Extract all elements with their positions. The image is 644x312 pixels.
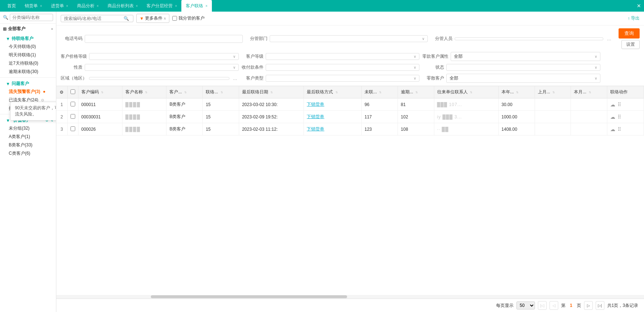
- per-page-select[interactable]: 50 100 200: [516, 301, 535, 309]
- dept-select[interactable]: ∨: [270, 35, 428, 42]
- tab-analysis-list[interactable]: 商品分析列表 ×: [103, 0, 142, 12]
- contact-icon[interactable]: ☁: [610, 102, 615, 108]
- this-year-sort-icon[interactable]: ⇅: [516, 91, 519, 94]
- td-last-way[interactable]: 下销货单: [304, 123, 362, 135]
- not-contacted-sort-icon[interactable]: ⇅: [379, 91, 382, 94]
- customer-level-select[interactable]: ∨: [266, 53, 420, 60]
- dept-label: 分管部门: [246, 36, 267, 42]
- td-last-way[interactable]: 下销货单: [304, 98, 362, 111]
- sidebar-item-a-class[interactable]: A类客户(1): [0, 133, 56, 141]
- query-btn[interactable]: 查询: [619, 28, 640, 39]
- payment-select[interactable]: ∨: [266, 64, 420, 71]
- this-month-sort-icon[interactable]: ⇅: [589, 91, 591, 94]
- settings-icon[interactable]: ⚙: [60, 90, 64, 95]
- sidebar-collapse-btn[interactable]: «: [51, 27, 53, 31]
- contact-icon[interactable]: ☁: [610, 114, 615, 120]
- th-settings[interactable]: ⚙: [56, 86, 67, 98]
- sidebar-item-churn-warning[interactable]: 流失预警客户(3) ●: [0, 88, 56, 96]
- tab-analysis[interactable]: 商品分析 ×: [73, 0, 103, 12]
- more-icon[interactable]: ⠿: [617, 114, 621, 120]
- search-icon[interactable]: 🔍: [124, 16, 129, 21]
- tab-analysis-close[interactable]: ×: [97, 4, 99, 8]
- tab-sales-close[interactable]: ×: [40, 4, 42, 8]
- export-btn[interactable]: ↑ 导出: [628, 15, 640, 21]
- name-sort-icon[interactable]: ⇅: [145, 91, 148, 94]
- row-checkbox[interactable]: [71, 126, 75, 131]
- search-input[interactable]: [64, 16, 122, 21]
- more-icon[interactable]: ⠿: [617, 126, 621, 132]
- th-checkbox[interactable]: [67, 86, 78, 98]
- tab-purchase[interactable]: 进货单 ×: [47, 0, 73, 12]
- code-sort-icon[interactable]: ⇅: [101, 91, 104, 94]
- td-this-year: 1000.00: [498, 111, 535, 123]
- nature-select[interactable]: ∨: [85, 64, 239, 71]
- td-checkbox[interactable]: [67, 123, 78, 135]
- page-prev-btn[interactable]: ◁: [550, 301, 558, 310]
- person-dots[interactable]: …: [605, 36, 613, 41]
- sidebar-item-ungroup[interactable]: 未分组(32): [0, 124, 56, 133]
- tab-customer-contact[interactable]: 客户联络 ×: [181, 0, 212, 12]
- area-label: 区域（地区）: [61, 75, 87, 81]
- th-not-contacted: 未联... ⇅: [362, 86, 398, 98]
- sidebar-item-7days[interactable]: 近7天待联络(0): [0, 59, 56, 68]
- sidebar-item-today[interactable]: 今天待联络(0): [0, 42, 56, 51]
- contact-icon[interactable]: ☁: [610, 126, 615, 132]
- group-pending-contact[interactable]: ▼ 待联络客户: [0, 34, 56, 42]
- tab-analysis-list-close[interactable]: ×: [136, 4, 138, 8]
- last-way-link[interactable]: 下销货单: [307, 126, 324, 131]
- td-last-way[interactable]: 下销货单: [304, 111, 362, 123]
- zero-sales-attr-select[interactable]: 全部 ∨: [451, 52, 600, 61]
- type-sort-icon[interactable]: ⇅: [184, 91, 187, 94]
- page-next-btn[interactable]: ▷: [584, 301, 593, 310]
- customer-type-select[interactable]: ∨: [266, 75, 420, 82]
- group-problem-triangle: ▼: [6, 81, 10, 86]
- phone-input[interactable]: [85, 35, 243, 43]
- contact-sort-icon[interactable]: ⇅: [221, 91, 223, 94]
- tab-customer-contact-close[interactable]: ×: [205, 4, 208, 8]
- last-way-link[interactable]: 下销货单: [307, 114, 324, 119]
- td-last-month: [535, 98, 571, 111]
- last-way-link[interactable]: 下销货单: [307, 102, 324, 107]
- sidebar-item-c-class[interactable]: C类客户(6): [0, 149, 56, 158]
- tab-home[interactable]: 首页: [3, 0, 20, 12]
- horizontal-scrollbar[interactable]: [56, 295, 644, 299]
- tab-customer-tier-close[interactable]: ×: [175, 4, 177, 8]
- person-select[interactable]: [455, 37, 603, 40]
- area-dots[interactable]: …: [232, 76, 239, 81]
- tab-customer-tier[interactable]: 客户分层经营 ×: [142, 0, 181, 12]
- scrollbar-thumb[interactable]: [151, 295, 347, 298]
- select-all-checkbox[interactable]: [71, 89, 75, 94]
- sidebar-item-b-class[interactable]: B类客户(33): [0, 141, 56, 149]
- zero-customer-select[interactable]: 全部 ∨: [446, 74, 600, 83]
- td-not-contacted: 123: [362, 123, 398, 135]
- unit-contact-sort-icon[interactable]: ⇅: [470, 91, 472, 94]
- td-this-month: [571, 123, 607, 135]
- settings-btn[interactable]: 设置: [621, 40, 640, 49]
- more-icon[interactable]: ⠿: [617, 102, 621, 108]
- last-date-sort-icon[interactable]: ⇅: [270, 91, 273, 94]
- status-select[interactable]: ∨: [446, 64, 600, 71]
- page-last-btn[interactable]: ▷|: [596, 301, 604, 310]
- group-problem-customers[interactable]: ▼ 问题客户: [0, 79, 56, 88]
- my-customer-checkbox-wrap[interactable]: 我分管的客户: [172, 15, 205, 21]
- last-way-sort-icon[interactable]: ⇅: [335, 91, 338, 94]
- sidebar-item-overdue[interactable]: 逾期未联络(30): [0, 68, 56, 76]
- td-checkbox[interactable]: [67, 111, 78, 123]
- row-checkbox[interactable]: [71, 102, 75, 106]
- td-checkbox[interactable]: [67, 98, 78, 111]
- price-level-select[interactable]: ∨: [89, 53, 239, 60]
- tab-purchase-close[interactable]: ×: [66, 4, 68, 8]
- td-contact: 15: [203, 98, 239, 111]
- sidebar-search-input[interactable]: [10, 14, 53, 21]
- sidebar-item-tomorrow[interactable]: 明天待联络(1): [0, 51, 56, 59]
- row-checkbox[interactable]: [71, 114, 75, 119]
- overdue-sort-icon[interactable]: ⇅: [415, 91, 418, 94]
- page-first-btn[interactable]: |◁: [538, 301, 547, 310]
- last-month-sort-icon[interactable]: ⇅: [552, 91, 555, 94]
- tab-sales[interactable]: 销货单 ×: [20, 0, 47, 12]
- my-customer-checkbox[interactable]: [172, 16, 177, 21]
- close-app-button[interactable]: ✕: [637, 3, 641, 9]
- area-select[interactable]: [89, 77, 229, 80]
- all-customers-header[interactable]: ⊞ 全部客户 «: [0, 24, 56, 34]
- more-conditions-btn[interactable]: ▼ 更多条件 ∧: [136, 14, 169, 23]
